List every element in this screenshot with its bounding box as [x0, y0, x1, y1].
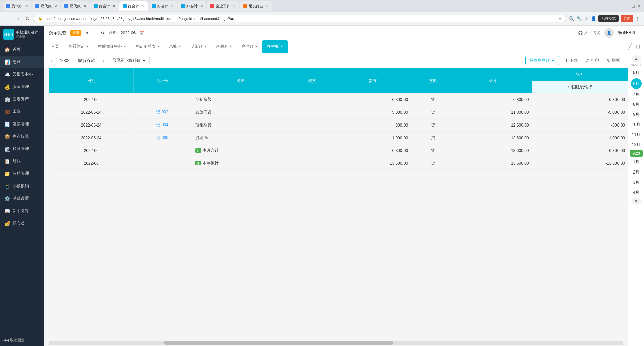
- download-button[interactable]: ⬇ 下载: [562, 56, 580, 65]
- calendar-month-may[interactable]: 5月: [630, 68, 643, 78]
- tab-close-1[interactable]: ✕: [25, 4, 28, 8]
- expand-panel-button[interactable]: ⊡: [634, 42, 641, 51]
- sidebar-item-invoice[interactable]: 🧾 发票管理: [0, 118, 44, 130]
- tab-close-general-ledger[interactable]: ✕: [178, 45, 181, 48]
- topbar-settings-icon[interactable]: ▼: [85, 31, 89, 35]
- calendar-month-oct[interactable]: 10月: [630, 120, 643, 129]
- calendar-month-aug[interactable]: 8月: [630, 100, 643, 109]
- tab-smart-voucher[interactable]: 智能凭证中心 ✕: [93, 40, 131, 53]
- tab-close-sequence-ledger[interactable]: ✕: [255, 45, 258, 48]
- settings-gear-icon[interactable]: ⚙: [101, 31, 105, 35]
- sidebar-item-fund[interactable]: 💰 资金管理: [0, 81, 44, 93]
- calendar-month-sep[interactable]: 9月: [630, 110, 643, 119]
- next-account-button[interactable]: ›: [101, 57, 106, 64]
- tab-sequence-ledger[interactable]: 序时账 ✕: [237, 40, 262, 53]
- calendar-month-dec[interactable]: 12月: [630, 140, 643, 149]
- extension-button[interactable]: 🔧: [577, 16, 582, 21]
- tab-enterprise[interactable]: 企业工作 ✕: [207, 1, 239, 11]
- close-button[interactable]: ✕: [637, 3, 641, 9]
- tab-close-6[interactable]: ✕: [171, 4, 174, 8]
- calendar-icon[interactable]: 📅: [140, 31, 145, 35]
- tab-close-multi-column[interactable]: ✕: [280, 45, 283, 48]
- tab-close-9[interactable]: ✕: [266, 4, 269, 8]
- tab-close-5[interactable]: ✕: [142, 4, 145, 8]
- tab-multi-column[interactable]: 多栏账 ✕: [262, 40, 288, 53]
- sidebar-item-ledger[interactable]: 📊 总账: [0, 56, 44, 68]
- tab-close-voucher-summary[interactable]: ✕: [157, 45, 160, 48]
- calendar-month-jul[interactable]: 7月: [630, 90, 643, 99]
- sidebar-item-settings[interactable]: ⚙️ 基础设置: [0, 192, 44, 205]
- sidebar-item-close-accounts[interactable]: 📋 结账: [0, 155, 44, 167]
- tab-haokuaiji-4[interactable]: 好会计 ✕: [178, 1, 206, 11]
- calendar-month-mar[interactable]: 3月: [630, 178, 643, 187]
- tab-close-balance[interactable]: ✕: [229, 45, 232, 48]
- tab-view-voucher[interactable]: 查看凭证 ✕: [64, 40, 93, 53]
- minimize-button[interactable]: ─: [626, 3, 629, 9]
- sidebar-item-cloud[interactable]: ☁️ 云报表中心: [0, 68, 44, 81]
- print-button[interactable]: 🖨 打印: [583, 56, 602, 65]
- sidebar-item-inventory[interactable]: 📦 库存核算: [0, 130, 44, 143]
- menu-button[interactable]: ⋮: [635, 16, 640, 21]
- tab-yidaizhang-3[interactable]: 易代账 ✕: [61, 1, 90, 11]
- sidebar-item-guide[interactable]: 📖 新手引导: [0, 205, 44, 217]
- sidebar-item-member[interactable]: 👑 畅会员: [0, 217, 44, 230]
- tab-haokuaiji-2[interactable]: 好会计 ✕: [119, 1, 148, 11]
- address-bar[interactable]: 🔒 cloud2.chanjet.com/accounting/uh26t264…: [34, 15, 566, 22]
- incognito-button[interactable]: 无痕模式: [598, 15, 619, 22]
- voucher-link[interactable]: 记-002: [156, 110, 168, 114]
- sidebar-footer-unpin[interactable]: ◀◀ 取消固定: [0, 334, 44, 346]
- sidebar-item-tax[interactable]: 🏛️ 税务管理: [0, 143, 44, 155]
- tab-close-view-voucher[interactable]: ✕: [86, 45, 89, 48]
- sidebar-item-home[interactable]: 🏠 首页: [0, 43, 44, 56]
- horizontal-scrollbar[interactable]: [49, 341, 623, 345]
- cell-voucher[interactable]: 记-004: [133, 119, 191, 132]
- new-tab-button[interactable]: ＋: [273, 3, 283, 10]
- calendar-scroll-down-button[interactable]: ▼: [631, 198, 641, 205]
- voucher-link[interactable]: 记-004: [156, 122, 168, 127]
- calendar-month-nov[interactable]: 11月: [630, 130, 643, 139]
- tab-detail-ledger[interactable]: 明细账 ✕: [186, 40, 211, 53]
- tab-close-4[interactable]: ✕: [113, 4, 115, 8]
- tab-general-ledger[interactable]: 总账 ✕: [164, 40, 186, 53]
- cell-voucher[interactable]: [133, 157, 191, 170]
- service-button[interactable]: 🎧 人工咨询: [578, 30, 600, 36]
- special-multicolumn-button[interactable]: 特殊多栏账 ▼: [525, 56, 559, 65]
- refresh-browser-button[interactable]: ↻: [24, 15, 31, 23]
- tab-close-7[interactable]: ✕: [200, 4, 203, 8]
- cell-voucher[interactable]: 记-002: [133, 106, 191, 119]
- bookmark-button[interactable]: ☆: [584, 16, 589, 21]
- forward-button[interactable]: →: [14, 15, 21, 23]
- cell-voucher[interactable]: [133, 93, 191, 106]
- update-button[interactable]: 更新: [621, 15, 633, 22]
- calendar-month-jan[interactable]: 1月: [630, 157, 643, 167]
- calendar-month-feb[interactable]: 2月: [630, 167, 643, 177]
- sidebar-item-expense[interactable]: 📱 小畅报销: [0, 180, 44, 192]
- tab-yidaizhang-2[interactable]: 易代账 ✕: [32, 1, 60, 11]
- refresh-ledger-button[interactable]: ↻ 刷新: [604, 56, 623, 65]
- cell-voucher[interactable]: 记-006: [133, 132, 191, 144]
- sidebar-item-salary[interactable]: 💼 工资: [0, 105, 44, 118]
- scrollbar-thumb[interactable]: [164, 341, 393, 345]
- maximize-button[interactable]: □: [632, 3, 635, 9]
- tab-close-8[interactable]: ✕: [233, 4, 236, 8]
- sidebar-item-fixed-assets[interactable]: 🏢 固定资产: [0, 93, 44, 105]
- sidebar-item-archive[interactable]: 📁 归档管理: [0, 167, 44, 180]
- calendar-month-jun[interactable]: 6月: [631, 78, 642, 89]
- filter-sub-accounts-button[interactable]: 只显示下级科目 ▼: [109, 56, 150, 65]
- tab-close-3[interactable]: ✕: [84, 4, 86, 8]
- tab-close-smart-voucher[interactable]: ✕: [123, 45, 126, 48]
- tab-voucher-summary[interactable]: 凭证汇总表 ✕: [131, 40, 164, 53]
- tab-youyou[interactable]: 用友好业 ✕: [240, 1, 272, 11]
- collapse-panel-button[interactable]: ╱: [627, 42, 633, 51]
- calendar-month-apr[interactable]: 4月: [630, 188, 643, 197]
- tab-haokuaiji-3[interactable]: 好会计 ✕: [149, 1, 177, 11]
- tab-haokuaiji-1[interactable]: 好会计 ✕: [90, 1, 119, 11]
- tab-close-2[interactable]: ✕: [54, 4, 57, 8]
- back-button[interactable]: ←: [4, 15, 11, 23]
- tab-yidaizhang-1[interactable]: 易代账 ✕: [3, 1, 31, 11]
- tab-home[interactable]: 首页: [46, 40, 64, 53]
- profile-button[interactable]: 👤: [591, 16, 596, 21]
- search-browser-button[interactable]: 🔍: [569, 16, 575, 21]
- voucher-link[interactable]: 记-006: [156, 135, 168, 140]
- calendar-scroll-up-button[interactable]: ▲: [631, 55, 641, 62]
